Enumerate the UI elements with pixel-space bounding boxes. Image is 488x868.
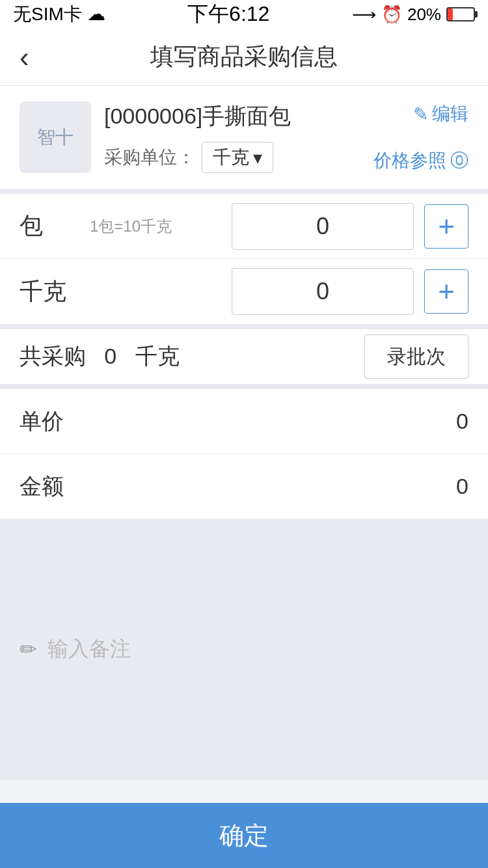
product-card: 智十 [0000006]手撕面包 采购单位： 千克 ▾ ✎ 编辑 价格参照 ⓪ [0, 86, 488, 194]
unit-price-value: 0 [456, 409, 468, 434]
unit-price-label: 单价 [20, 407, 64, 437]
nav-bar: ‹ 填写商品采购信息 [0, 29, 488, 86]
kg-plus-button[interactable]: + [424, 269, 468, 314]
bao-field-wrap: 0 + [172, 203, 468, 250]
amount-value: 0 [456, 474, 468, 499]
bao-label: 包 [20, 210, 85, 242]
amount-label: 金额 [20, 472, 64, 502]
summary-unit: 千克 [135, 344, 180, 368]
sim-status: 无SIM卡 ☁ [13, 2, 105, 27]
product-thumbnail: 智十 [20, 102, 91, 173]
kg-label: 千克 [20, 276, 85, 308]
status-right: ⟶ ⏰ 20% [352, 5, 475, 25]
remark-placeholder: 输入备注 [47, 635, 131, 664]
battery-icon [446, 7, 475, 21]
kg-input-row: 千克 0 + [0, 259, 488, 324]
alarm-icon: ⏰ [381, 5, 402, 25]
bao-input-row: 包 1包=10千克 0 + [0, 194, 488, 259]
bao-plus-button[interactable]: + [424, 204, 468, 249]
pencil-icon: ✏ [20, 637, 37, 662]
product-logo: 智十 [37, 126, 74, 148]
confirm-label: 确定 [219, 819, 269, 852]
location-icon: ⟶ [352, 5, 376, 25]
edit-icon: ✎ [413, 103, 428, 125]
status-time: 下午6:12 [187, 0, 269, 29]
input-section: 包 1包=10千克 0 + 千克 0 + [0, 194, 488, 324]
chevron-down-icon: ▾ [253, 147, 262, 169]
batch-button[interactable]: 录批次 [364, 334, 468, 379]
status-bar: 无SIM卡 ☁ 下午6:12 ⟶ ⏰ 20% [0, 0, 488, 29]
kg-field-wrap: 0 + [85, 268, 468, 315]
unit-label: 采购单位： [104, 145, 195, 170]
bao-sub-label: 1包=10千克 [90, 216, 172, 237]
price-section: 单价 0 金额 0 [0, 389, 488, 519]
battery-percent: 20% [407, 5, 441, 25]
unit-price-row: 单价 0 [0, 389, 488, 454]
kg-input[interactable]: 0 [232, 268, 414, 315]
summary-value: 0 [104, 344, 116, 368]
confirm-button[interactable]: 确定 [0, 803, 488, 868]
price-reference-button[interactable]: 价格参照 ⓪ [373, 148, 468, 173]
page-title: 填写商品采购信息 [150, 41, 338, 73]
info-icon: ⓪ [450, 148, 468, 173]
summary-row: 共采购 0 千克 录批次 [0, 324, 488, 389]
status-left: 无SIM卡 ☁ [13, 2, 105, 27]
amount-row: 金额 0 [0, 454, 488, 519]
edit-button[interactable]: ✎ 编辑 [413, 102, 468, 126]
unit-selector[interactable]: 千克 ▾ [202, 142, 273, 173]
back-button[interactable]: ‹ [20, 41, 29, 74]
summary-text: 共采购 0 千克 [20, 342, 180, 372]
bao-input[interactable]: 0 [232, 203, 414, 250]
remark-section[interactable]: ✏ 输入备注 [0, 519, 488, 780]
